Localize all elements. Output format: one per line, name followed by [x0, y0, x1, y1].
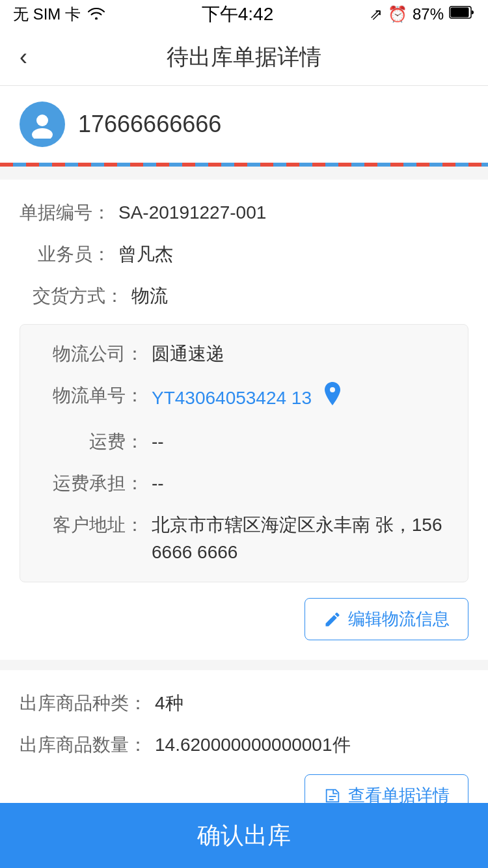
- customer-row: 17666666666: [0, 86, 488, 163]
- carrier-text: 无 SIM 卡: [13, 4, 81, 25]
- tracking-row: 物流单号： YT43064053424 13: [40, 382, 448, 414]
- address-row: 客户地址： 北京市市辖区海淀区永丰南 张，156 6666 6666: [40, 511, 448, 566]
- goods-types-row: 出库商品种类： 4种: [20, 690, 468, 717]
- fee-value: --: [152, 428, 448, 455]
- order-number-value: SA-20191227-001: [118, 199, 468, 226]
- fee-row: 运费： --: [40, 428, 448, 455]
- order-info-section: 单据编号： SA-20191227-001 业务员： 曾凡杰 交货方式： 物流 …: [0, 180, 488, 660]
- salesman-label: 业务员：: [20, 241, 111, 268]
- status-left: 无 SIM 卡: [13, 4, 105, 25]
- logistics-section: 物流公司： 圆通速递 物流单号： YT43064053424 13 运费： --…: [20, 324, 468, 582]
- logistics-company-label: 物流公司：: [40, 340, 144, 368]
- delivery-value: 物流: [131, 282, 468, 310]
- customer-phone: 17666666666: [78, 111, 221, 138]
- svg-point-2: [36, 115, 48, 126]
- wifi-icon: [87, 5, 105, 23]
- page-title: 待出库单据详情: [167, 42, 321, 72]
- alarm-icon: ⏰: [388, 5, 407, 23]
- location-icon[interactable]: [322, 382, 343, 414]
- status-right: ⇗ ⏰ 87%: [370, 5, 475, 23]
- nav-bar: ‹ 待出库单据详情: [0, 29, 488, 86]
- logistics-company-row: 物流公司： 圆通速递: [40, 340, 448, 368]
- goods-types-label: 出库商品种类：: [20, 690, 147, 717]
- edit-logistics-button[interactable]: 编辑物流信息: [305, 598, 468, 640]
- dashed-divider: [0, 163, 488, 167]
- section-divider: [0, 660, 488, 670]
- battery-icon: [449, 5, 475, 23]
- logistics-company-value: 圆通速递: [152, 340, 448, 368]
- fee-bearer-value: --: [152, 470, 448, 497]
- delivery-label: 交货方式：: [20, 282, 124, 310]
- tracking-label: 物流单号：: [40, 382, 144, 414]
- address-value: 北京市市辖区海淀区永丰南 张，156 6666 6666: [152, 511, 448, 566]
- fee-bearer-label: 运费承担：: [40, 470, 144, 497]
- salesman-value: 曾凡杰: [118, 241, 468, 268]
- goods-qty-row: 出库商品数量： 14.620000000000001件: [20, 731, 468, 759]
- delivery-row: 交货方式： 物流: [20, 282, 468, 310]
- svg-point-3: [32, 128, 53, 139]
- svg-rect-1: [451, 8, 469, 18]
- document-icon: [323, 787, 342, 805]
- avatar: [20, 102, 65, 147]
- order-number-row: 单据编号： SA-20191227-001: [20, 199, 468, 226]
- confirm-outbound-button[interactable]: 确认出库: [0, 803, 488, 868]
- back-button[interactable]: ‹: [20, 44, 59, 71]
- goods-types-value: 4种: [155, 690, 468, 717]
- goods-qty-value: 14.620000000000001件: [155, 731, 468, 759]
- edit-icon: [323, 610, 342, 629]
- salesman-row: 业务员： 曾凡杰: [20, 241, 468, 268]
- goods-qty-label: 出库商品数量：: [20, 731, 147, 759]
- status-time: 下午4:42: [202, 2, 274, 27]
- fee-bearer-row: 运费承担： --: [40, 470, 448, 497]
- location-service-icon: ⇗: [370, 5, 383, 23]
- edit-logistics-label: 编辑物流信息: [348, 608, 450, 631]
- confirm-outbound-label: 确认出库: [197, 820, 291, 852]
- battery-text: 87%: [413, 5, 444, 23]
- status-bar: 无 SIM 卡 下午4:42 ⇗ ⏰ 87%: [0, 0, 488, 29]
- tracking-value: YT43064053424 13: [152, 385, 312, 412]
- edit-logistics-row: 编辑物流信息: [20, 598, 468, 640]
- fee-label: 运费：: [40, 428, 144, 455]
- address-label: 客户地址：: [40, 511, 144, 566]
- order-number-label: 单据编号：: [20, 199, 111, 226]
